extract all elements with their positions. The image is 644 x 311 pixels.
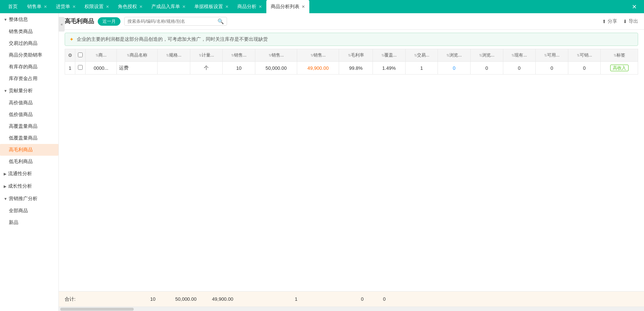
sidebar-group-贡献量分析[interactable]: ▼贡献量分析 [0,84,58,97]
sidebar-group-营销推广分析[interactable]: ▼营销推广分析 [0,192,58,205]
column-header-gross_rate[interactable]: ⇅毛利率 [339,49,373,62]
column-header-spec[interactable]: ⇅规格... [158,49,190,62]
sidebar-item-新品[interactable]: 新品 [0,217,58,228]
footer-available: 0 [373,296,395,302]
cell-available: 0 [536,62,568,75]
column-header-no[interactable]: ⇅商... [86,49,117,62]
nav-tab-close[interactable]: ✕ [259,4,262,9]
nav-tab-商品分析[interactable]: 商品分析✕ [233,0,266,13]
nav-tab-商品分析列表[interactable]: 商品分析列表✕ [266,0,309,13]
nav-tab-进货单[interactable]: 进货单✕ [51,0,80,13]
column-header-available[interactable]: ⇅可用... [536,49,568,62]
cell-gross-rate: 99.8% [339,62,373,75]
cell-checkbox[interactable] [75,62,86,75]
sidebar-item-全部商品[interactable]: 全部商品 [0,205,58,217]
top-navigation: 首页 销售单✕进货单✕权限设置✕角色授权✕产成品入库单✕单据模板设置✕商品分析✕… [0,0,644,13]
content-header: 高毛利商品 近一月 🔍 ⬆ 分享 ⬇ 导出 [59,13,644,30]
sidebar-group-label: 贡献量分析 [9,87,33,94]
column-header-sales_qty[interactable]: ⇅销售... [223,49,255,62]
sidebar-collapse-button[interactable]: « [59,17,65,32]
table-wrapper: ⚙⇅商...⇅商品名称⇅规格...⇅计量...⇅销售...⇅销售...⇅销售..… [59,49,644,291]
info-banner-text: 企业的主要的利润都是这部分商品创造的，可考虑加大推广，同时关注库存是不要出现缺货 [77,36,268,43]
filter-last-month[interactable]: 近一月 [98,17,120,26]
select-all-checkbox[interactable] [78,53,83,57]
data-table: ⚙⇅商...⇅商品名称⇅规格...⇅计量...⇅销售...⇅销售...⇅销售..… [65,49,638,75]
share-button[interactable]: ⬆ 分享 [602,18,617,25]
export-icon: ⬇ [623,19,627,24]
cell-browse2: 0 [470,62,503,75]
cell-browse1[interactable]: 0 [438,62,471,75]
nav-tab-close[interactable]: ✕ [106,4,109,9]
nav-tab-close[interactable]: ✕ [302,4,305,9]
nav-home[interactable]: 首页 [3,0,23,13]
column-header-browse2[interactable]: ⇅浏览... [470,49,503,62]
column-header-tag[interactable]: ⇅标签 [601,49,638,62]
sidebar-item-交易过的商品[interactable]: 交易过的商品 [0,37,58,49]
sidebar-item-高毛利商品[interactable]: 高毛利商品 [0,144,58,156]
column-header-sellable[interactable]: ⇅可销... [568,49,601,62]
sidebar-item-库存资金占用[interactable]: 库存资金占用 [0,73,58,84]
column-header-unit[interactable]: ⇅计量... [190,49,223,62]
nav-tab-产成品入库单[interactable]: 产成品入库单✕ [147,0,190,13]
export-button[interactable]: ⬇ 导出 [623,18,638,25]
nav-tab-close[interactable]: ✕ [182,4,186,9]
table-row: 10000...运费个1050,000.0049,900.0099.8%1.49… [65,62,638,75]
column-header-checkbox[interactable] [75,49,86,62]
sidebar-item-有库存的商品[interactable]: 有库存的商品 [0,61,58,73]
sidebar-item-低覆盖量商品[interactable]: 低覆盖量商品 [0,132,58,144]
settings-icon[interactable]: ⚙ [68,53,72,58]
sidebar-item-高价值商品[interactable]: 高价值商品 [0,97,58,109]
cell-coverage: 1.49% [373,62,406,75]
window-close-button[interactable]: ✕ [627,3,641,10]
nav-tab-权限设置[interactable]: 权限设置✕ [80,0,114,13]
tag-badge: 高收入 [610,65,629,71]
cell-stock: 0 [503,62,536,75]
column-header-settings[interactable]: ⚙ [65,49,75,62]
search-icon[interactable]: 🔍 [217,18,224,24]
sidebar-group-流通性分析[interactable]: ▶流通性分析 [0,167,58,180]
horizontal-scrollbar[interactable] [59,307,644,311]
search-input[interactable] [127,19,217,24]
main-layout: ▼整体信息销售类商品交易过的商品商品分类助销率有库存的商品库存资金占用▼贡献量分… [0,13,644,311]
sidebar-group-整体信息[interactable]: ▼整体信息 [0,13,58,26]
cell-spec [158,62,190,75]
footer-sales-cost: 49,900.00 [204,296,241,302]
column-header-stock[interactable]: ⇅现有... [503,49,536,62]
nav-tab-销售单[interactable]: 销售单✕ [23,0,51,13]
total-label: 合计: [65,296,138,303]
sidebar-group-label: 流通性分析 [8,170,32,177]
cell-sales-cost: 49,900.00 [297,62,339,75]
info-banner: ✦ 企业的主要的利润都是这部分商品创造的，可考虑加大推广，同时关注库存是不要出现… [65,33,638,46]
nav-tab-角色授权[interactable]: 角色授权✕ [114,0,147,13]
sidebar-item-低毛利商品[interactable]: 低毛利商品 [0,156,58,167]
nav-tab-单据模板设置[interactable]: 单据模板设置✕ [190,0,233,13]
search-box: 🔍 [124,17,227,26]
nav-tab-close[interactable]: ✕ [225,4,229,9]
nav-tab-close[interactable]: ✕ [139,4,143,9]
column-header-coverage[interactable]: ⇅覆盖... [373,49,406,62]
column-header-sales_amount[interactable]: ⇅销售... [255,49,297,62]
cell-trade: 1 [405,62,438,75]
nav-tab-close[interactable]: ✕ [44,4,47,9]
sidebar-item-销售类商品[interactable]: 销售类商品 [0,26,58,37]
sidebar-item-商品分类助销率[interactable]: 商品分类助销率 [0,49,58,61]
footer-trade: 1 [285,296,307,302]
scrollbar-thumb[interactable] [60,308,134,311]
cell-sales-qty: 10 [223,62,255,75]
sidebar-group-label: 营销推广分析 [9,195,37,202]
sidebar-group-成长性分析[interactable]: ▶成长性分析 [0,180,58,192]
row-checkbox[interactable] [78,65,83,70]
sidebar-item-低价值商品[interactable]: 低价值商品 [0,109,58,120]
browse1-link[interactable]: 0 [453,65,456,71]
cell-sales-amount: 50,000.00 [255,62,297,75]
cell-unit: 个 [190,62,223,75]
cell-sellable: 0 [568,62,601,75]
cell-name: 运费 [117,62,158,75]
column-header-browse1[interactable]: ⇅浏览... [438,49,471,62]
column-header-name[interactable]: ⇅商品名称 [117,49,158,62]
column-header-sales_cost[interactable]: ⇅销售... [297,49,339,62]
nav-tab-close[interactable]: ✕ [72,4,76,9]
sidebar-item-高覆盖量商品[interactable]: 高覆盖量商品 [0,120,58,132]
column-header-trade[interactable]: ⇅交易... [405,49,438,62]
sidebar-group-label: 成长性分析 [8,183,32,189]
